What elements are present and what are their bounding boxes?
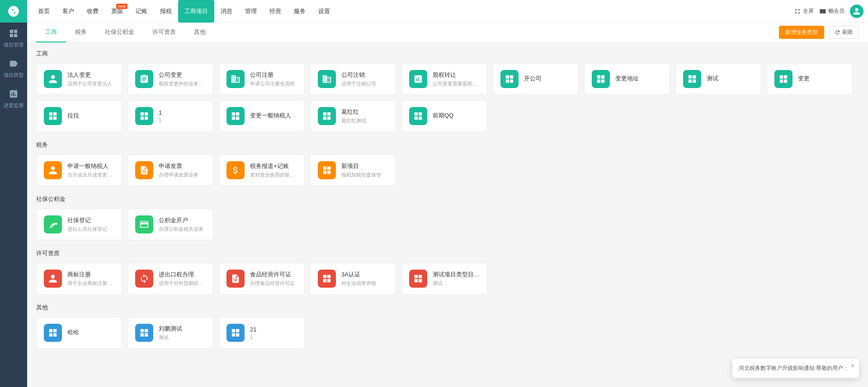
card-one[interactable]: 11	[127, 100, 213, 132]
tab-shebao[interactable]: 社保公积金	[96, 23, 143, 42]
card-mohonghong[interactable]: 葛红红葛红红测试	[310, 100, 396, 132]
vip-btn[interactable]: 畅会员	[819, 7, 844, 15]
card-trademark[interactable]: 商标注册用于企业商标注册服务	[36, 263, 122, 294]
card-company-cancel[interactable]: 公司注销适用于注销公司	[310, 63, 396, 95]
card-test[interactable]: 测试	[675, 63, 761, 95]
card-3a-cert[interactable]: 3A认证对企业信誉评级	[310, 263, 396, 294]
card-icon-test-project	[409, 270, 427, 288]
card-text-test: 测试	[707, 75, 754, 84]
card-title: 公司注销	[341, 71, 388, 79]
card-test-project[interactable]: 测试项目类型目定义测试	[401, 263, 487, 294]
sidebar-item-project-mgmt[interactable]: 项目管理	[0, 23, 27, 53]
card-text-liupeng-test: 刘鹏测试测试	[159, 325, 206, 341]
card-text-company-change: 公司变更股权变更外的业务变更	[159, 71, 206, 87]
card-title: 拉拉	[67, 112, 114, 120]
card-icon-3a-cert	[318, 270, 336, 288]
card-grid-shuiwu-section: 申请一般纳税人当月或次月成变更完成申请发票办理申请发票业务税务报道+记账拿到营业…	[36, 154, 859, 186]
card-fund-open[interactable]: 公积金开户办理公积金相关业务	[127, 209, 213, 240]
card-icon-import-export	[135, 270, 153, 288]
card-icon-new-project	[318, 161, 336, 179]
sidebar-logo[interactable]	[0, 0, 27, 23]
tab-shuiwu[interactable]: 税务	[66, 23, 96, 42]
card-icon-tax-report	[226, 161, 245, 179]
nav-bizproject[interactable]: 工商项目	[178, 0, 214, 23]
section-title-xuke-section: 许可资质	[36, 249, 859, 257]
card-text-tax-report: 税务报道+记账拿到营业执照的新公司	[250, 162, 297, 178]
card-icon-fund-open	[135, 215, 153, 233]
tab-other[interactable]: 其他	[185, 23, 215, 42]
section-title-shebao-section: 社保公积金	[36, 195, 859, 203]
card-subtitle: 报税加税控盘保管	[341, 172, 388, 178]
card-company-register[interactable]: 公司注册申请公司注册全流程	[219, 63, 305, 95]
card-title: 哈哈	[67, 328, 114, 336]
card-icon-change-taxpayer	[226, 107, 245, 125]
card-qianqiQQ[interactable]: 前期QQ	[401, 100, 487, 132]
card-subtitle: 测试	[159, 334, 206, 341]
user-avatar[interactable]	[850, 5, 863, 18]
content-area: 工商 税务 社保公积金 许可资质 其他 新增业务类型 刷新 工商法人变更适用于公…	[27, 23, 868, 387]
sidebar-item-label: 进度监测	[4, 102, 24, 109]
card-change-address[interactable]: 变更地址	[584, 63, 670, 95]
card-icon-qianqiQQ	[409, 107, 427, 125]
tab-gongshang[interactable]: 工商	[36, 23, 66, 42]
nav-billing[interactable]: 收费	[80, 0, 105, 23]
notification-close[interactable]: ×	[851, 362, 854, 369]
nav-tax[interactable]: 报税	[154, 0, 178, 23]
card-tax-report[interactable]: 税务报道+记账拿到营业执照的新公司	[219, 154, 305, 186]
card-legal-change[interactable]: 法人变更适用于公司变更法人	[36, 63, 122, 95]
card-subtitle: 办理申请发票业务	[159, 172, 206, 178]
tab-xuke[interactable]: 许可资质	[143, 23, 185, 42]
card-open-company[interactable]: 开公司	[493, 63, 579, 95]
card-subtitle: 当月或次月成变更完成	[67, 172, 114, 178]
card-new-project[interactable]: 新项目报税加税控盘保管	[310, 154, 396, 186]
card-text-qianqiQQ: 前期QQ	[433, 112, 480, 121]
card-text-lala: 拉拉	[67, 112, 114, 121]
card-subtitle: 1	[159, 117, 206, 123]
nav-ticket[interactable]: 票据 new	[105, 0, 129, 23]
card-haha[interactable]: 哈哈	[36, 317, 122, 349]
nav-message[interactable]: 消息	[214, 0, 239, 23]
nav-settings[interactable]: 设置	[312, 0, 336, 23]
card-import-export[interactable]: 进出口权办理适用于对外贸易经营者	[127, 263, 213, 294]
fullscreen-btn[interactable]: 全屏	[794, 7, 814, 15]
card-liupeng-test[interactable]: 刘鹏测试测试	[127, 317, 213, 349]
card-text-change-taxpayer: 变更一般纳税人	[250, 112, 297, 121]
nav-operation[interactable]: 经营	[263, 0, 288, 23]
card-icon-apply-taxpayer	[44, 161, 62, 179]
nav-service[interactable]: 服务	[288, 0, 312, 23]
card-twentyone[interactable]: 211	[219, 317, 305, 349]
card-title: 新项目	[341, 162, 388, 170]
card-icon-liupeng-test	[135, 324, 153, 342]
card-title: 变更地址	[615, 75, 662, 83]
card-lala[interactable]: 拉拉	[36, 100, 122, 132]
card-subtitle: 1	[250, 334, 297, 340]
card-change-taxpayer[interactable]: 变更一般纳税人	[219, 100, 305, 132]
card-equity-transfer[interactable]: 股权转让公司变更需要股权转让	[401, 63, 487, 95]
sidebar-item-progress[interactable]: 进度监测	[0, 83, 27, 113]
card-title: 食品经营许可证	[250, 270, 297, 279]
nav-client[interactable]: 客户	[56, 0, 80, 23]
new-type-button[interactable]: 新增业务类型	[779, 26, 824, 39]
card-icon-apply-invoice	[135, 161, 153, 179]
card-company-change[interactable]: 公司变更股权变更外的业务变更	[127, 63, 213, 95]
progress-icon	[7, 88, 20, 100]
nav-manage[interactable]: 管理	[239, 0, 263, 23]
page-content: 工商法人变更适用于公司变更法人公司变更股权变更外的业务变更公司注册申请公司注册全…	[27, 42, 868, 387]
card-title: 社保登记	[67, 216, 114, 224]
nav-accounting[interactable]: 记账	[129, 0, 154, 23]
card-food-license[interactable]: 食品经营许可证办理食品经营许可证	[219, 263, 305, 294]
card-apply-taxpayer[interactable]: 申请一般纳税人当月或次月成变更完成	[36, 154, 122, 186]
card-social-register[interactable]: 社保登记进行人员社保登记	[36, 209, 122, 240]
sidebar-item-project-type[interactable]: 项目类型	[0, 53, 27, 83]
card-text-fund-open: 公积金开户办理公积金相关业务	[159, 216, 206, 233]
card-title: 21	[250, 326, 297, 333]
card-change[interactable]: 变更	[767, 63, 853, 95]
card-icon-company-change	[135, 70, 153, 88]
nav-home[interactable]: 首页	[32, 0, 56, 23]
card-icon-company-register	[226, 70, 245, 88]
card-subtitle: 办理食品经营许可证	[250, 280, 297, 287]
card-apply-invoice[interactable]: 申请发票办理申请发票业务	[127, 154, 213, 186]
refresh-button[interactable]: 刷新	[829, 26, 859, 39]
card-title: 公积金开户	[159, 216, 206, 224]
card-text-test-project: 测试项目类型目定义测试	[433, 270, 480, 287]
